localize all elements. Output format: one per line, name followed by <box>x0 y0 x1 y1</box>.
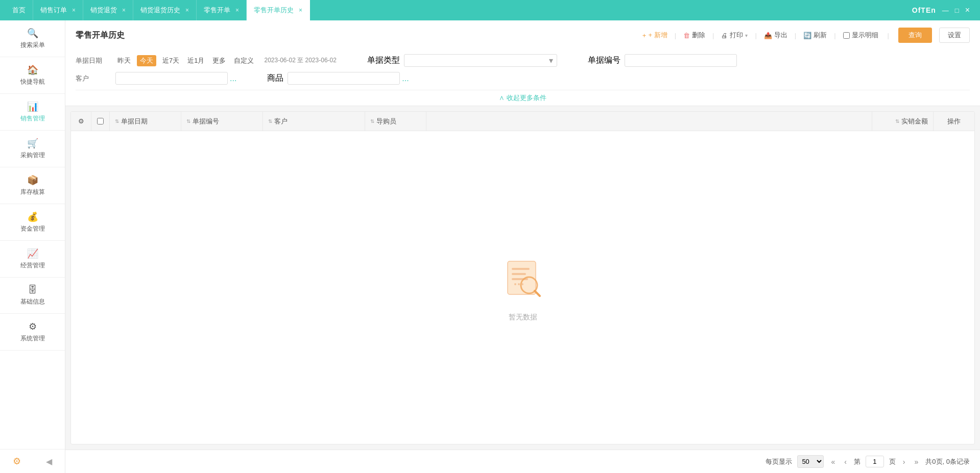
next-page-btn[interactable]: › <box>901 457 907 467</box>
gear-icon[interactable]: ⚙ <box>78 117 84 125</box>
sidebar-item-operation-label: 经营管理 <box>20 261 45 270</box>
delete-button[interactable]: 🗑 删除 <box>683 31 705 40</box>
first-page-btn[interactable]: « <box>829 457 837 467</box>
svg-point-8 <box>518 283 520 285</box>
select-all-checkbox[interactable] <box>97 118 104 125</box>
system-icon: ⚙ <box>29 321 37 332</box>
date-filter-label: 单据日期 <box>76 56 111 65</box>
tab-sales-return[interactable]: 销货退货 × <box>83 0 133 20</box>
sidebar-item-quick-nav[interactable]: 🏠 快捷导航 <box>0 57 65 94</box>
tab-sales-order[interactable]: 销售订单 × <box>33 0 83 20</box>
tab-sales-return-label: 销货退货 <box>90 6 117 15</box>
collapse-sidebar-icon[interactable]: ◀ <box>46 457 52 466</box>
tab-home-label: 首页 <box>12 6 26 15</box>
client-filter-dots[interactable]: ... <box>230 74 236 83</box>
sidebar-item-purchase-label: 采购管理 <box>20 151 45 160</box>
sidebar-item-system-label: 系统管理 <box>20 334 45 343</box>
sidebar-item-system[interactable]: ⚙ 系统管理 <box>0 314 65 351</box>
tab-retail-open[interactable]: 零售开单 × <box>197 0 247 20</box>
inventory-icon: 📦 <box>27 175 38 186</box>
display-checkbox[interactable] <box>843 32 850 39</box>
sales-icon: 📊 <box>27 101 38 112</box>
filter-row-2: 客户 ... 商品 ... <box>76 72 970 85</box>
th-gear[interactable]: ⚙ <box>71 112 91 131</box>
th-no[interactable]: ⇅ 单据编号 <box>181 112 263 131</box>
window-max-btn[interactable]: □ <box>955 7 959 14</box>
empty-text: 暂无数据 <box>509 313 537 322</box>
th-guide[interactable]: ⇅ 导购员 <box>365 112 426 131</box>
th-no-label: 单据编号 <box>193 117 219 126</box>
sidebar-item-operation[interactable]: 📈 经营管理 <box>0 241 65 278</box>
window-min-btn[interactable]: — <box>942 7 949 14</box>
page-number-input[interactable] <box>866 456 884 467</box>
display-label: 显示明细 <box>852 31 878 40</box>
page-size-select[interactable]: 50 10 20 100 <box>797 455 824 468</box>
sidebar-item-search[interactable]: 🔍 搜索采单 <box>0 20 65 57</box>
add-button[interactable]: + + 新增 <box>642 31 667 40</box>
window-close-btn[interactable]: × <box>965 6 970 15</box>
prev-page-btn[interactable]: ‹ <box>842 457 849 467</box>
goods-filter-input[interactable] <box>288 72 400 85</box>
date-opt-custom[interactable]: 自定义 <box>232 55 256 66</box>
th-amount[interactable]: ⇅ 实销金额 <box>872 112 934 131</box>
th-client[interactable]: ⇅ 客户 <box>263 112 365 131</box>
settings-bottom-icon[interactable]: ⚙ <box>13 456 21 467</box>
client-filter-label: 客户 <box>76 74 111 83</box>
sidebar-item-finance[interactable]: 💰 资金管理 <box>0 204 65 241</box>
setting-button[interactable]: 设置 <box>939 28 970 43</box>
type-select[interactable] <box>404 54 557 67</box>
collapse-filter-btn[interactable]: ∧ 收起更多条件 <box>76 90 970 106</box>
refresh-icon: 🔄 <box>803 32 811 39</box>
date-opt-7days[interactable]: 近7天 <box>160 55 181 66</box>
no-filter-label: 单据编号 <box>588 55 620 66</box>
tab-retail-open-close[interactable]: × <box>235 7 239 14</box>
filter-area: 单据日期 昨天 今天 近7天 近1月 更多 自定义 2023-06-02 至 2… <box>76 49 970 106</box>
th-op: 操作 <box>934 112 974 131</box>
display-button[interactable]: 显示明细 <box>843 31 878 40</box>
tab-sales-return-history[interactable]: 销货退货历史 × <box>133 0 197 20</box>
sidebar-item-sales[interactable]: 📊 销售管理 <box>0 94 65 131</box>
tab-retail-open-history-close[interactable]: × <box>299 7 302 14</box>
tab-retail-open-history[interactable]: 零售开单历史 × <box>247 0 310 20</box>
date-options: 昨天 今天 近7天 近1月 更多 自定义 2023-06-02 至 2023-0… <box>115 55 337 66</box>
sidebar-item-search-label: 搜索采单 <box>20 41 45 49</box>
top-right-area: OfTEn — □ × <box>912 6 975 15</box>
svg-rect-2 <box>512 273 526 275</box>
no-filter-input[interactable] <box>625 54 737 67</box>
svg-point-5 <box>524 280 534 290</box>
client-filter-input[interactable] <box>115 72 228 85</box>
content-area: 零售开单历史 + + 新增 | 🗑 删除 | 🖨 打印 ▾ <box>65 20 980 473</box>
date-opt-today[interactable]: 今天 <box>137 55 156 66</box>
page-size-label: 每页显示 <box>766 457 792 466</box>
tab-home[interactable]: 首页 <box>5 0 33 20</box>
goods-label-text: 商品 <box>267 73 283 82</box>
date-opt-1month[interactable]: 近1月 <box>185 55 206 66</box>
finance-icon: 💰 <box>27 211 38 222</box>
tab-sales-order-close[interactable]: × <box>72 7 76 14</box>
goods-filter-dots[interactable]: ... <box>402 74 409 83</box>
print-button[interactable]: 🖨 打印 ▾ <box>721 31 748 40</box>
print-dropdown-icon[interactable]: ▾ <box>745 33 748 38</box>
tab-retail-open-history-label: 零售开单历史 <box>254 6 294 15</box>
th-date[interactable]: ⇅ 单据日期 <box>110 112 181 131</box>
th-date-sort-icon: ⇅ <box>115 118 119 124</box>
last-page-btn[interactable]: » <box>913 457 921 467</box>
tab-sales-return-history-close[interactable]: × <box>185 7 189 14</box>
th-check[interactable] <box>91 112 110 131</box>
page-title-row: 零售开单历史 + + 新增 | 🗑 删除 | 🖨 打印 ▾ <box>76 28 970 43</box>
print-label: 打印 <box>730 31 743 40</box>
sidebar-item-base-info[interactable]: 🗄 基础信息 <box>0 278 65 314</box>
table-area: ⚙ ⇅ 单据日期 ⇅ 单据编号 ⇅ 客户 ⇅ <box>70 111 975 444</box>
operation-icon: 📈 <box>27 248 38 259</box>
export-button[interactable]: 📤 导出 <box>764 31 787 40</box>
date-opt-yesterday[interactable]: 昨天 <box>115 55 133 66</box>
tab-sales-return-close[interactable]: × <box>122 7 126 14</box>
refresh-button[interactable]: 🔄 刷新 <box>803 31 827 40</box>
tab-sales-return-history-label: 销货退货历史 <box>140 6 180 15</box>
export-label: 导出 <box>774 31 787 40</box>
sidebar-item-inventory[interactable]: 📦 库存核算 <box>0 167 65 204</box>
sidebar-item-purchase[interactable]: 🛒 采购管理 <box>0 131 65 167</box>
query-button[interactable]: 查询 <box>898 28 932 43</box>
type-filter-label: 单据类型 <box>367 55 400 66</box>
date-opt-more[interactable]: 更多 <box>210 55 228 66</box>
